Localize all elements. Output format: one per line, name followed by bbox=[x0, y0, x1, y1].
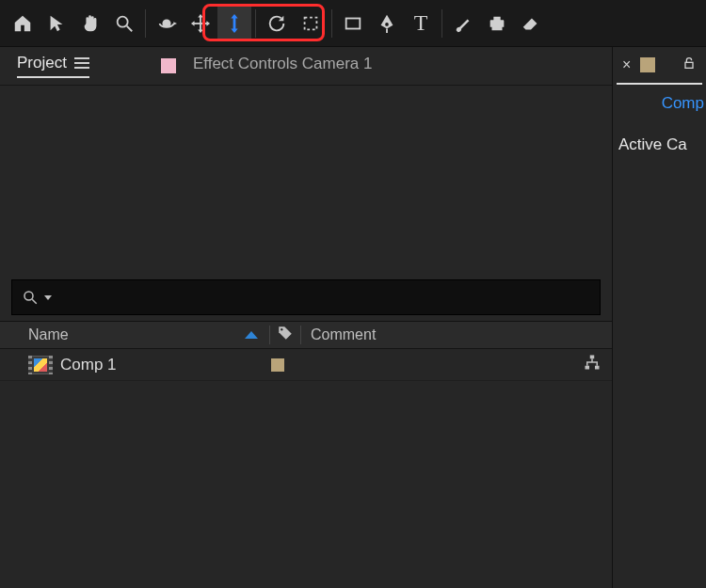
panel-tab-row: Project Effect Controls Camera 1 bbox=[0, 47, 612, 85]
clone-stamp-tool-icon[interactable] bbox=[480, 7, 514, 40]
project-item-label-swatch[interactable] bbox=[271, 358, 284, 372]
eraser-tool-icon[interactable] bbox=[514, 7, 548, 40]
column-comment-label: Comment bbox=[311, 326, 376, 342]
viewer-sub-tab-label: Comp bbox=[662, 94, 704, 113]
hand-tool-icon[interactable] bbox=[73, 7, 107, 40]
effect-controls-tab[interactable]: Effect Controls Camera 1 bbox=[193, 55, 373, 77]
project-column-headers: Name Comment bbox=[0, 321, 612, 349]
orbit-tool-icon[interactable] bbox=[150, 7, 184, 40]
svg-rect-15 bbox=[346, 18, 361, 28]
search-filter-dropdown-icon[interactable] bbox=[44, 295, 52, 300]
project-search[interactable] bbox=[11, 279, 601, 315]
column-name-label: Name bbox=[28, 326, 69, 343]
project-tab-label: Project bbox=[17, 54, 67, 72]
roto-tool-icon[interactable] bbox=[294, 7, 328, 40]
viewer-sub-tab[interactable]: Comp bbox=[613, 85, 706, 122]
selection-tool-icon[interactable] bbox=[40, 7, 73, 40]
svg-marker-6 bbox=[198, 13, 203, 17]
search-icon bbox=[22, 289, 39, 306]
rectangle-tool-icon[interactable] bbox=[336, 7, 370, 40]
lock-icon[interactable] bbox=[682, 56, 697, 74]
column-name-header[interactable]: Name bbox=[28, 326, 265, 343]
toolbar-separator bbox=[441, 9, 442, 38]
effect-controls-swatch bbox=[161, 58, 176, 73]
svg-line-19 bbox=[32, 299, 37, 304]
svg-rect-14 bbox=[305, 17, 317, 29]
svg-rect-23 bbox=[595, 366, 600, 370]
flowchart-icon[interactable] bbox=[584, 354, 601, 375]
svg-marker-8 bbox=[191, 21, 195, 26]
svg-rect-21 bbox=[590, 356, 595, 359]
project-item-row[interactable]: Comp 1 bbox=[0, 349, 612, 381]
svg-point-0 bbox=[118, 16, 128, 26]
svg-marker-7 bbox=[198, 29, 203, 33]
project-item-name: Comp 1 bbox=[60, 356, 117, 374]
svg-line-1 bbox=[127, 25, 133, 31]
svg-point-16 bbox=[385, 23, 389, 26]
viewer-label-swatch bbox=[640, 57, 655, 72]
toolbar-separator bbox=[331, 9, 332, 38]
dolly-tool-icon[interactable] bbox=[217, 7, 251, 40]
viewer-body-text: Active Ca bbox=[613, 122, 706, 154]
home-icon[interactable] bbox=[6, 7, 40, 40]
zoom-tool-icon[interactable] bbox=[107, 7, 141, 40]
close-viewer-icon[interactable]: × bbox=[622, 56, 631, 73]
main-toolbar: T bbox=[0, 0, 706, 47]
column-label-header[interactable] bbox=[274, 325, 297, 345]
column-comment-header[interactable]: Comment bbox=[305, 326, 376, 343]
pan-tool-icon[interactable] bbox=[184, 7, 217, 40]
project-preview-area bbox=[0, 86, 612, 274]
svg-marker-3 bbox=[173, 22, 177, 25]
svg-marker-11 bbox=[231, 13, 237, 18]
viewer-tab-row: × bbox=[617, 47, 702, 85]
effect-controls-tab-label: Effect Controls Camera 1 bbox=[193, 55, 373, 73]
composition-icon bbox=[28, 356, 53, 374]
svg-rect-24 bbox=[685, 62, 693, 68]
sort-ascending-icon bbox=[245, 331, 258, 339]
project-panel-tab[interactable]: Project bbox=[17, 54, 89, 78]
panel-menu-icon[interactable] bbox=[74, 55, 89, 72]
search-input[interactable] bbox=[57, 290, 590, 306]
type-tool-icon[interactable]: T bbox=[404, 7, 438, 40]
rotate-tool-icon[interactable] bbox=[260, 7, 294, 40]
svg-point-18 bbox=[24, 292, 33, 300]
svg-point-20 bbox=[281, 328, 282, 330]
brush-tool-icon[interactable] bbox=[446, 7, 480, 40]
toolbar-separator bbox=[255, 9, 256, 38]
svg-marker-12 bbox=[231, 28, 237, 33]
svg-rect-22 bbox=[586, 366, 590, 370]
svg-marker-9 bbox=[206, 21, 210, 26]
pen-tool-icon[interactable] bbox=[370, 7, 404, 40]
toolbar-separator bbox=[145, 9, 146, 38]
